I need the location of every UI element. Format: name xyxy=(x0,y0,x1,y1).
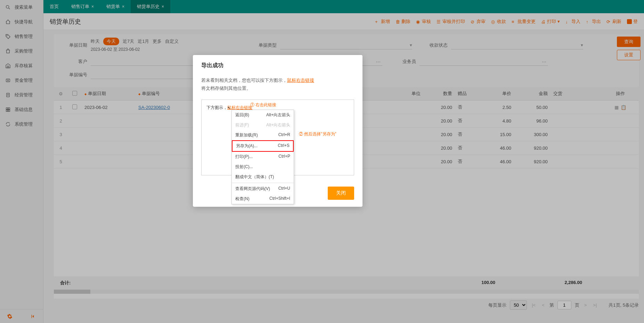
modal-title: 导出成功 xyxy=(201,62,354,69)
context-menu-item: 返回(B)Alt+向左箭头 xyxy=(232,110,294,120)
right-click-link[interactable]: 鼠标右击链接 xyxy=(287,78,314,83)
context-menu-item: 查看网页源代码(V)Ctrl+U xyxy=(232,184,294,194)
anno-1: ① 右击此链接 xyxy=(250,102,276,108)
modal-header: 导出成功 xyxy=(193,55,362,73)
context-menu-item: 另存为(A)...Ctrl+S xyxy=(232,140,294,152)
anno-2: ② 然后选择"另存为" xyxy=(299,131,336,137)
modal-text: 若未看到相关文档，您也可以按下方图示，鼠标右击链接 将文档存储到其他位置。 xyxy=(201,76,354,93)
context-menu-item: 前进(F)Alt+向右箭头 xyxy=(232,120,294,130)
context-menu-item: 投射(C)... xyxy=(232,162,294,172)
demo-context-menu: 返回(B)Alt+向左箭头前进(F)Alt+向右箭头重新加载(R)Ctrl+R另… xyxy=(231,110,294,204)
context-menu-item: 打印(P)...Ctrl+P xyxy=(232,152,294,162)
context-menu-item: 翻成中文（简体）(T) xyxy=(232,172,294,182)
cursor-icon: ↖ xyxy=(227,105,231,110)
context-menu-item: 检查(N)Ctrl+Shift+I xyxy=(232,194,294,204)
demo-box: 下方图示，鼠标右击链接 ↖ ① 右击此链接 返回(B)Alt+向左箭头前进(F)… xyxy=(201,100,354,175)
close-button[interactable]: 关闭 xyxy=(328,187,354,200)
modal-body: 若未看到相关文档，您也可以按下方图示，鼠标右击链接 将文档存储到其他位置。 下方… xyxy=(193,73,362,182)
demo-link: 鼠标右击链接 xyxy=(227,105,252,110)
context-menu-item: 重新加载(R)Ctrl+R xyxy=(232,130,294,140)
export-success-modal: 导出成功 若未看到相关文档，您也可以按下方图示，鼠标右击链接 将文档存储到其他位… xyxy=(193,55,362,207)
